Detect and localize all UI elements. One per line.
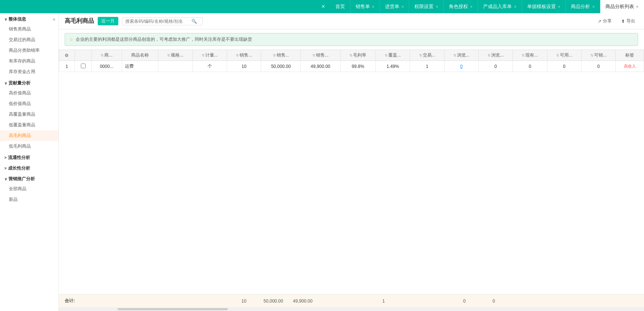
th-spec[interactable]: 规格... bbox=[158, 50, 193, 61]
arrow-icon: > bbox=[4, 156, 7, 160]
sidebar-group-贡献量分析[interactable]: ∨贡献量分析 bbox=[0, 77, 58, 88]
table-row: 10000...运费个1050,000.0049,900.0099.8%1.49… bbox=[59, 61, 644, 72]
main-container: ∨整体信息销售类商品交易过的商品商品分类助销率有库存的商品库存资金占用∨贡献量分… bbox=[0, 13, 644, 311]
sidebar-item-商品分类助销率[interactable]: 商品分类助销率 bbox=[0, 45, 58, 56]
th-saleQty[interactable]: 销售... bbox=[227, 50, 261, 61]
th-settings[interactable]: ⚙ bbox=[59, 50, 75, 61]
nav-item-进货单[interactable]: 进货单× bbox=[380, 0, 409, 13]
sidebar-group-成长性分析[interactable]: >成长性分析 bbox=[0, 162, 58, 173]
row-stock-current: 0 bbox=[513, 61, 547, 72]
th-unit[interactable]: 计量... bbox=[193, 50, 227, 61]
nav-item-首页[interactable]: 首页 bbox=[330, 0, 350, 13]
th-saleAmt[interactable]: 销售... bbox=[261, 50, 301, 61]
th-browse2[interactable]: 浏览... bbox=[479, 50, 513, 61]
sidebar-item-低覆盖量商品[interactable]: 低覆盖量商品 bbox=[0, 120, 58, 130]
sidebar-item-低价值商品[interactable]: 低价值商品 bbox=[0, 98, 58, 109]
nav-close-icon[interactable]: × bbox=[402, 4, 404, 9]
row-num: 1 bbox=[59, 61, 75, 72]
th-tag[interactable]: 标签 bbox=[616, 50, 644, 61]
row-checkbox[interactable] bbox=[75, 61, 91, 72]
sidebar-item-高覆盖量商品[interactable]: 高覆盖量商品 bbox=[0, 109, 58, 120]
sidebar-group-流通性分析[interactable]: >流通性分析 bbox=[0, 152, 58, 162]
sidebar-collapse-btn[interactable]: « bbox=[53, 16, 55, 22]
product-table: ⚙商...商品名称规格...计量...销售...销售...销售...毛利率覆盖.… bbox=[59, 50, 644, 72]
th-grossRate[interactable]: 毛利率 bbox=[340, 50, 375, 61]
th-trade[interactable]: 交易... bbox=[410, 50, 444, 61]
nav-item-商品分析列表[interactable]: 商品分析列表× bbox=[600, 0, 644, 13]
th-name[interactable]: 商品名称 bbox=[122, 50, 158, 61]
row-coverage: 1.49% bbox=[376, 61, 410, 72]
row-sale-qty: 10 bbox=[227, 61, 261, 72]
page-title: 高毛利商品 bbox=[65, 17, 94, 25]
footer-sale-qty: 10 bbox=[229, 299, 259, 304]
row-browse2: 0 bbox=[479, 61, 513, 72]
th-coverage[interactable]: 覆盖... bbox=[376, 50, 410, 61]
footer-stock-current: 0 bbox=[450, 299, 479, 304]
th-stockAvail[interactable]: 可用... bbox=[547, 50, 581, 61]
nav-item-商品分析[interactable]: 商品分析× bbox=[566, 0, 600, 13]
nav-close-icon[interactable]: × bbox=[636, 4, 638, 9]
th-stockSale[interactable]: 可销... bbox=[581, 50, 615, 61]
content-header: 高毛利商品 近一月 🔍 ↗ 分享 ⬆ 导出 bbox=[59, 13, 644, 29]
nav-item-单据模板设置[interactable]: 单据模板设置× bbox=[522, 0, 566, 13]
search-icon[interactable]: 🔍 bbox=[191, 19, 197, 24]
info-banner: ☆ 企业的主要的利润都是这部分商品创造的，可考虑加大推广，同时关注库存是不要出现… bbox=[65, 33, 638, 46]
table-footer: 合计: 10 50,000.00 49,900.00 1 0 0 bbox=[59, 294, 644, 307]
table-container: ⚙商...商品名称规格...计量...销售...销售...销售...毛利率覆盖.… bbox=[59, 50, 644, 294]
row-spec bbox=[158, 61, 193, 72]
nav-item-产成品入库单[interactable]: 产成品入库单× bbox=[478, 0, 522, 13]
row-gross-rate: 99.8% bbox=[340, 61, 375, 72]
footer-label: 合计: bbox=[65, 298, 75, 304]
nav-close-icon[interactable]: × bbox=[470, 4, 472, 9]
scrollbar-thumb bbox=[118, 308, 228, 310]
footer-stock-avail: 0 bbox=[479, 299, 508, 304]
th-code[interactable]: 商... bbox=[91, 50, 122, 61]
nav-close-icon[interactable]: × bbox=[436, 4, 438, 9]
sidebar-item-低毛利商品[interactable]: 低毛利商品 bbox=[0, 141, 58, 152]
share-icon: ↗ bbox=[598, 19, 601, 24]
filter-recent-month-btn[interactable]: 近一月 bbox=[98, 17, 118, 25]
arrow-icon: > bbox=[4, 166, 7, 170]
nav-item-权限设置[interactable]: 权限设置× bbox=[409, 0, 443, 13]
sidebar-item-高毛利商品[interactable]: 高毛利商品 bbox=[0, 130, 58, 141]
row-checkbox-input[interactable] bbox=[81, 64, 86, 68]
nav-close-icon[interactable]: × bbox=[372, 4, 374, 9]
footer-sale-cost: 49,900.00 bbox=[288, 299, 317, 304]
nav-close-icon[interactable]: × bbox=[558, 4, 560, 9]
sidebar-item-全部商品[interactable]: 全部商品 bbox=[0, 184, 58, 194]
sidebar-item-库存资金占用[interactable]: 库存资金占用 bbox=[0, 66, 58, 77]
arrow-icon: ∨ bbox=[4, 177, 7, 181]
sidebar-item-交易过的商品[interactable]: 交易过的商品 bbox=[0, 35, 58, 45]
row-sale-cost: 49,900.00 bbox=[301, 61, 340, 72]
sidebar-item-高价值商品[interactable]: 高价值商品 bbox=[0, 88, 58, 98]
th-browse1[interactable]: 浏览... bbox=[444, 50, 478, 61]
th-checkbox[interactable] bbox=[75, 50, 91, 61]
sidebar-group-营销推广分析[interactable]: ∨营销推广分析 bbox=[0, 173, 58, 184]
content-area: 高毛利商品 近一月 🔍 ↗ 分享 ⬆ 导出 ☆ 企业的主要的利润都是这部分商品创… bbox=[59, 13, 644, 311]
row-browse1[interactable]: 0 bbox=[444, 61, 478, 72]
nav-close-all[interactable]: × bbox=[316, 0, 330, 13]
nav-item-销售单[interactable]: 销售单× bbox=[350, 0, 380, 13]
th-saleCost[interactable]: 销售... bbox=[301, 50, 340, 61]
sidebar-item-有库存的商品[interactable]: 有库存的商品 bbox=[0, 56, 58, 66]
row-trade: 1 bbox=[410, 61, 444, 72]
row-code: 0000... bbox=[91, 61, 122, 72]
bottom-scrollbar[interactable] bbox=[59, 307, 644, 311]
share-btn[interactable]: ↗ 分享 bbox=[595, 17, 615, 25]
sidebar-item-销售类商品[interactable]: 销售类商品 bbox=[0, 24, 58, 35]
nav-close-icon[interactable]: × bbox=[592, 4, 594, 9]
arrow-icon: ∨ bbox=[4, 17, 7, 21]
row-stock-avail: 0 bbox=[547, 61, 581, 72]
arrow-icon: ∨ bbox=[4, 81, 7, 85]
row-stock-sale: 0 bbox=[581, 61, 615, 72]
info-icon: ☆ bbox=[69, 37, 73, 42]
th-stockCurrent[interactable]: 现有... bbox=[513, 50, 547, 61]
nav-item-角色授权[interactable]: 角色授权× bbox=[444, 0, 478, 13]
sidebar-item-新品[interactable]: 新品 bbox=[0, 194, 58, 205]
footer-trade: 1 bbox=[369, 299, 398, 304]
nav-close-icon[interactable]: × bbox=[514, 4, 516, 9]
search-input[interactable] bbox=[125, 19, 191, 24]
sidebar-group-整体信息[interactable]: ∨整体信息 bbox=[0, 13, 58, 24]
export-btn[interactable]: ⬆ 导出 bbox=[618, 17, 638, 25]
sidebar: ∨整体信息销售类商品交易过的商品商品分类助销率有库存的商品库存资金占用∨贡献量分… bbox=[0, 13, 59, 311]
